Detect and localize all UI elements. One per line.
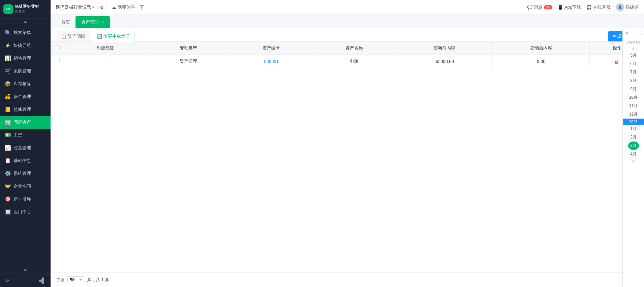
panel-scroll-up[interactable]: ▲ — [631, 45, 636, 51]
sidebar-label-quick-nav: 快捷导航 — [13, 42, 31, 49]
username-label: 畅捷通 — [625, 4, 639, 10]
finance-icon: 💰 — [5, 94, 11, 100]
sidebar-item-finance[interactable]: 💰 资金管理 — [0, 90, 51, 103]
row-checkbox-cell — [51, 55, 64, 68]
messages-icon: 💬 — [527, 5, 532, 10]
company-selector[interactable]: 医疗器械行业演示 ▾ — [56, 4, 94, 10]
select-all-checkbox[interactable] — [55, 45, 60, 50]
sidebar-item-system[interactable]: ⚙️ 系统管理 — [0, 167, 51, 180]
row-checkbox[interactable] — [55, 59, 60, 63]
fixed-assets-icon: 🏢 — [5, 119, 11, 125]
sidebar-label-purchase: 采购管理 — [13, 68, 31, 74]
settings-icon[interactable]: ⚙ — [5, 277, 9, 284]
total-label: 条，共 1 条 — [87, 277, 109, 283]
sidebar-item-purchase[interactable]: 🛒 采购管理 — [0, 65, 51, 77]
messages-button[interactable]: 💬 消息 99+ — [527, 4, 552, 10]
sidebar-item-base-info[interactable]: 📋 基础信息 — [0, 154, 51, 167]
subtab-asset-detail-label: 资产明细 — [68, 33, 85, 39]
sidebar-logo: AtA 畅捷通好业财 普及版 — [0, 0, 51, 19]
sidebar-label-operations: 经营管理 — [13, 145, 31, 151]
operations-icon: 📈 — [5, 145, 11, 151]
subtab-asset-detail[interactable]: 📋 资产明细 — [56, 31, 90, 41]
subtab-generate-voucher[interactable]: 🔄 变更生成凭证 — [92, 31, 135, 42]
sales-icon: 📊 — [5, 55, 11, 61]
panel-month-item[interactable]: 1月 — [623, 125, 644, 133]
row-change-type: 资产清理 — [147, 55, 230, 68]
purchase-icon: 🛒 — [5, 68, 11, 74]
sidebar-scroll-up[interactable] — [0, 19, 51, 25]
sidebar-item-app-center[interactable]: 🔲 应用中心 — [0, 205, 51, 218]
experience-button[interactable]: ☁ 我要体验一下 — [112, 4, 144, 10]
sidebar-label-cooperation: 企业协同 — [13, 183, 31, 189]
messages-label: 消息 — [534, 4, 543, 10]
online-service-button[interactable]: 🎧 在线客服 — [586, 4, 611, 10]
app-center-icon: 🔲 — [5, 209, 11, 215]
panel-month-item[interactable]: 12月 — [623, 110, 644, 119]
logo-icon: AtA — [3, 4, 13, 14]
panel-month-item[interactable]: 7月 — [623, 68, 644, 76]
sidebar-item-cooperation[interactable]: 🤝 企业协同 — [0, 180, 51, 193]
panel-scroll-down[interactable]: ▼ — [631, 158, 636, 165]
row-delete-button[interactable]: 🗑 — [614, 59, 619, 64]
sidebar-item-ledger[interactable]: 📒 总账管理 — [0, 103, 51, 116]
collapse-icon[interactable]: ◀▌ — [38, 277, 46, 284]
top-header: 医疗器械行业演示 ▾ ⚙ ☁ 我要体验一下 💬 消息 99+ 📱 App下载 🎧… — [51, 0, 644, 15]
app-download-label: App下载 — [564, 4, 581, 10]
row-after-content: 0.00 — [493, 55, 590, 68]
sidebar-label-ledger: 总账管理 — [13, 106, 31, 113]
row-voucher: -- — [64, 55, 147, 68]
col-asset-no: 资产编号 — [230, 42, 313, 55]
experience-icon: ☁ — [112, 5, 116, 10]
tab-bar: 首页 资产管理 × — [51, 15, 644, 28]
header-settings-button[interactable]: ⚙ — [97, 3, 106, 12]
panel-month-item[interactable]: 8月 — [623, 76, 644, 85]
sidebar-label-sales: 销售管理 — [13, 55, 31, 61]
sidebar-item-guide[interactable]: 🎯 新手引导 — [0, 193, 51, 205]
ledger-icon: 📒 — [5, 106, 11, 113]
content-area: 📋 资产明细 🔄 变更生成凭证 生成凭证 ▾ 对应凭证 — [51, 28, 644, 287]
panel-month-item[interactable]: 11月 — [623, 102, 644, 110]
cooperation-icon: 🤝 — [5, 183, 11, 189]
per-page-label: 每页 — [56, 277, 65, 283]
panel-month-item[interactable]: 6月 — [623, 60, 644, 68]
sidebar-item-payroll[interactable]: 💵 工资 — [0, 129, 51, 141]
changes-table: 对应凭证 变动类型 资产编号 资产名称 变动前内容 变动后内容 操作 -- 资产… — [51, 42, 644, 68]
tab-close-icon[interactable]: × — [102, 20, 104, 24]
sidebar-item-fixed-assets[interactable]: 🏢 固定资产 — [0, 116, 51, 129]
panel-month-item[interactable]: 4月 — [623, 150, 644, 158]
sidebar-item-sales[interactable]: 📊 销售管理 — [0, 52, 51, 65]
panel-close-icon[interactable]: ✕ — [625, 30, 629, 36]
tab-asset-management[interactable]: 资产管理 × — [75, 16, 110, 28]
service-icon: 🎧 — [586, 5, 592, 10]
app-download-button[interactable]: 📱 App下载 — [558, 4, 581, 10]
panel-year-2023[interactable]: 2023 — [623, 119, 644, 125]
sidebar-label-fixed-assets: 固定资产 — [13, 119, 31, 125]
sidebar-item-operations[interactable]: 📈 经营管理 — [0, 141, 51, 154]
sidebar-label-payroll: 工资 — [13, 132, 22, 138]
payroll-icon: 💵 — [5, 132, 11, 138]
panel-month-item[interactable]: 2月 — [623, 133, 644, 141]
messages-badge: 99+ — [544, 5, 552, 9]
panel-expand-icon[interactable]: ⛶ — [637, 30, 642, 36]
per-page-select[interactable]: 50 10 20 100 — [67, 276, 84, 283]
header-right: 💬 消息 99+ 📱 App下载 🎧 在线客服 👤 畅捷通 — [527, 3, 639, 11]
sidebar-scroll-down[interactable] — [0, 267, 51, 274]
search-icon: 🔍 — [5, 30, 11, 36]
sidebar-item-quick-nav[interactable]: ⚡ 快捷导航 — [0, 39, 51, 52]
panel-month-item[interactable]: 5月 — [623, 51, 644, 60]
sidebar-item-search[interactable]: 🔍 搜索菜单 — [0, 26, 51, 39]
panel-year-top-label: 2023.03 — [627, 39, 640, 45]
date-panel-scroll: 2023.03▲5月6月7月8月9月10月11月12月20231月2月3月4月▼ — [623, 38, 644, 166]
sidebar: AtA 畅捷通好业财 普及版 🔍 搜索菜单⚡ 快捷导航📊 销售管理🛒 采购管理📦… — [0, 0, 51, 287]
user-button[interactable]: 👤 畅捷通 — [616, 3, 639, 11]
row-asset-no: 000001 — [230, 55, 313, 68]
company-dropdown-arrow: ▾ — [92, 5, 94, 9]
tab-home[interactable]: 首页 — [56, 17, 75, 28]
panel-month-item[interactable]: 10月 — [623, 93, 644, 102]
panel-month-item[interactable]: 9月 — [623, 85, 644, 93]
panel-month-item[interactable]: 3月 — [628, 141, 639, 150]
sidebar-label-system: 系统管理 — [13, 170, 31, 177]
panel-header: ✕ ⛶ — [623, 28, 644, 38]
sidebar-item-inventory[interactable]: 📦 库存核算 — [0, 77, 51, 90]
subtab-generate-voucher-label: 变更生成凭证 — [103, 33, 130, 39]
